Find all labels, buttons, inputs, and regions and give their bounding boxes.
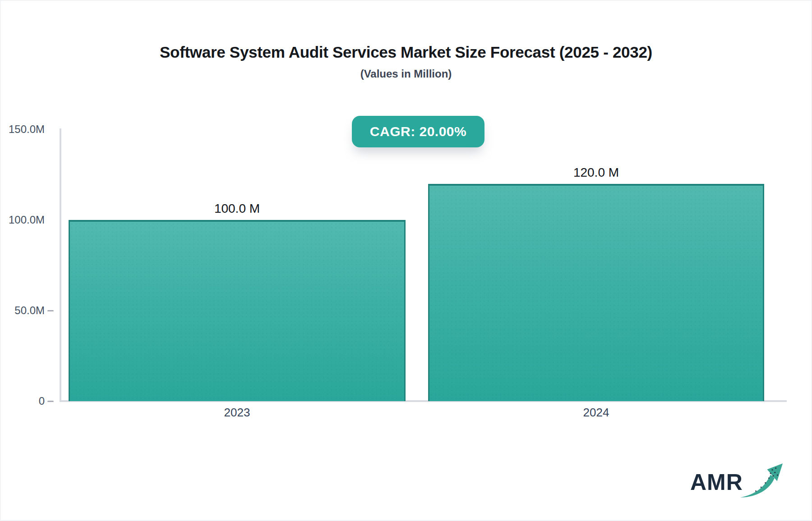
chart-card: Software System Audit Services Market Si… [0, 0, 812, 521]
amr-logo: AMR [690, 464, 784, 500]
x-axis-labels: 20232024 [1, 1, 812, 521]
x-axis-label-2023: 2023 [69, 406, 406, 420]
plot-area: 150.0M100.0M50.0M0 100.0 M120.0 M 202320… [1, 1, 812, 521]
x-axis-label-2024: 2024 [428, 406, 764, 420]
amr-logo-text: AMR [690, 469, 743, 495]
amr-logo-arrow-icon [740, 462, 784, 500]
